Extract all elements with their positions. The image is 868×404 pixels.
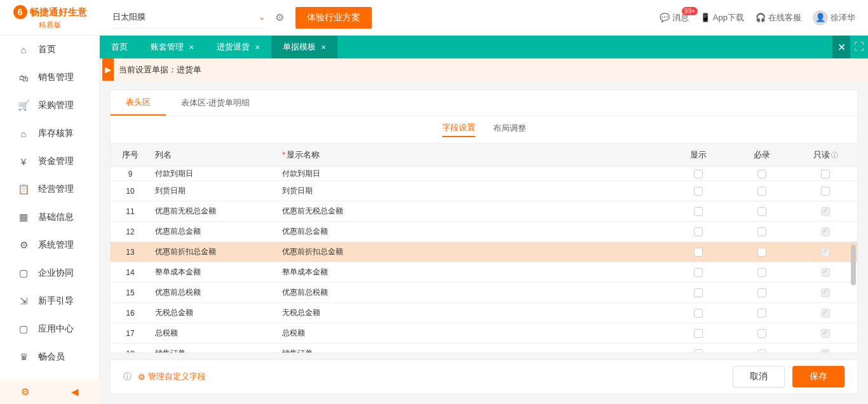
checkbox-show[interactable] bbox=[694, 268, 703, 277]
cell-readonly bbox=[794, 349, 857, 353]
tab-1[interactable]: 账套管理✕ bbox=[139, 36, 205, 58]
cell-readonly bbox=[794, 227, 857, 236]
subtab-layout-adjust[interactable]: 布局调整 bbox=[493, 123, 526, 137]
try-industry-button[interactable]: 体验行业方案 bbox=[295, 7, 372, 29]
sidebar-item-0[interactable]: ⌂首页 bbox=[0, 36, 99, 64]
checkbox-show[interactable] bbox=[694, 288, 703, 297]
table-row[interactable]: 16无税总金额无税总金额 bbox=[111, 303, 857, 323]
sidebar-item-2[interactable]: 🛒采购管理 bbox=[0, 91, 99, 119]
message-badge: 99+ bbox=[682, 7, 698, 15]
checkbox-show[interactable] bbox=[694, 349, 703, 353]
sidebar-item-3[interactable]: ⌂库存核算 bbox=[0, 119, 99, 147]
tab-body-area[interactable]: 表体区-进货单明细 bbox=[166, 90, 265, 116]
service-label: 在线客服 bbox=[768, 12, 801, 24]
table-row[interactable]: 13优惠前折扣总金额优惠前折扣总金额 bbox=[111, 242, 857, 262]
subtab-field-settings[interactable]: 字段设置 bbox=[442, 122, 475, 137]
logo[interactable]: 6 畅捷通好生意 精易版 bbox=[0, 5, 100, 30]
sidebar-icon: ▢ bbox=[18, 323, 29, 335]
logo-text: 畅捷通好生意 bbox=[30, 6, 87, 18]
checkbox-readonly bbox=[821, 207, 830, 216]
footer-link-text: 管理自定义字段 bbox=[148, 371, 206, 382]
checkbox-req[interactable] bbox=[757, 288, 766, 297]
required-star-icon: * bbox=[282, 150, 285, 159]
sidebar-icon: ¥ bbox=[18, 156, 29, 167]
table-row[interactable]: 15优惠前总税额优惠前总税额 bbox=[111, 283, 857, 303]
checkbox-show[interactable] bbox=[694, 207, 703, 216]
table-row[interactable]: 14整单成本金额整单成本金额 bbox=[111, 262, 857, 283]
sidebar-item-label: 销售管理 bbox=[38, 72, 74, 83]
tab-header-area[interactable]: 表头区 bbox=[111, 90, 166, 116]
checkbox-show[interactable] bbox=[694, 329, 703, 338]
cell-seq: 9 bbox=[111, 170, 150, 178]
app-download-button[interactable]: 📱 App下载 bbox=[700, 12, 744, 24]
checkbox-req[interactable] bbox=[757, 187, 766, 196]
cell-readonly bbox=[794, 267, 857, 277]
checkbox-readonly bbox=[821, 349, 830, 353]
chevron-down-icon: ⌄ bbox=[259, 13, 265, 22]
table-row[interactable]: 17总税额总税额 bbox=[111, 323, 857, 344]
checkbox-show[interactable] bbox=[694, 309, 703, 318]
checkbox-req[interactable] bbox=[757, 349, 766, 353]
cell-name: 销售订单 bbox=[150, 348, 277, 353]
checkbox-show[interactable] bbox=[694, 170, 703, 178]
scrollbar-thumb[interactable] bbox=[851, 245, 856, 285]
sidebar-item-1[interactable]: 🛍销售管理 bbox=[0, 64, 99, 91]
sidebar-item-4[interactable]: ¥资金管理 bbox=[0, 147, 99, 175]
checkbox-req[interactable] bbox=[757, 248, 766, 257]
sidebar-item-7[interactable]: ⚙系统管理 bbox=[0, 231, 99, 259]
checkbox-req[interactable] bbox=[757, 207, 766, 216]
settings-gear-icon[interactable]: ⚙ bbox=[275, 11, 284, 24]
tab-close-icon[interactable]: ✕ bbox=[255, 44, 260, 51]
checkbox-req[interactable] bbox=[757, 170, 766, 178]
table-row[interactable]: 12优惠前总金额优惠前总金额 bbox=[111, 222, 857, 242]
sidebar-item-label: 企业协同 bbox=[38, 267, 74, 279]
messages-button[interactable]: 💬 消息 99+ bbox=[660, 12, 689, 24]
cell-name: 无税总金额 bbox=[150, 307, 277, 318]
manage-custom-fields-link[interactable]: ⓘ ⚙ 管理自定义字段 bbox=[123, 371, 206, 382]
tab-close-all-button[interactable]: ✕ bbox=[832, 36, 850, 58]
tab-2[interactable]: 进货退货✕ bbox=[205, 36, 271, 58]
tab-3[interactable]: 单据模板✕ bbox=[271, 36, 337, 58]
checkbox-readonly bbox=[821, 329, 830, 338]
notice-bar: ▶ 当前设置单据：进货单 bbox=[100, 58, 868, 81]
checkbox-readonly[interactable] bbox=[821, 170, 830, 178]
checkbox-req[interactable] bbox=[757, 227, 766, 236]
user-menu[interactable]: 👤 徐泽华 bbox=[813, 10, 855, 25]
sidebar-item-11[interactable]: ♛畅会员 bbox=[0, 343, 99, 371]
inner-tabs: 表头区 表体区-进货单明细 bbox=[110, 90, 858, 116]
checkbox-show[interactable] bbox=[694, 248, 703, 257]
help-icon[interactable]: ⓘ bbox=[831, 151, 838, 159]
checkbox-show[interactable] bbox=[694, 227, 703, 236]
cell-disp: 优惠前总金额 bbox=[277, 226, 667, 237]
checkbox-req[interactable] bbox=[757, 329, 766, 338]
table-row[interactable]: 18销售订单销售订单 bbox=[111, 344, 857, 353]
table-row[interactable]: 9付款到期日付款到期日 bbox=[111, 167, 857, 181]
cancel-button[interactable]: 取消 bbox=[733, 366, 785, 387]
checkbox-show[interactable] bbox=[694, 187, 703, 196]
save-button[interactable]: 保存 bbox=[792, 366, 844, 387]
sidebar-item-8[interactable]: ▢企业协同 bbox=[0, 259, 99, 287]
cell-disp: 销售订单 bbox=[277, 348, 667, 353]
cell-disp: 付款到期日 bbox=[277, 168, 667, 179]
company-dropdown[interactable]: 日太阳膜 ⌄ bbox=[112, 7, 265, 29]
sidebar-settings-button[interactable]: ⚙ bbox=[0, 380, 50, 404]
cell-req bbox=[730, 247, 794, 257]
tab-0[interactable]: 首页 bbox=[100, 36, 139, 58]
sidebar-item-10[interactable]: ▢应用中心 bbox=[0, 315, 99, 343]
sidebar-item-6[interactable]: ▦基础信息 bbox=[0, 203, 99, 231]
cell-name: 优惠前总税额 bbox=[150, 287, 277, 298]
sidebar-item-5[interactable]: 📋经营管理 bbox=[0, 175, 99, 203]
tab-expand-button[interactable]: ⛶ bbox=[850, 36, 868, 58]
table-row[interactable]: 11优惠前无税总金额优惠前无税总金额 bbox=[111, 201, 857, 222]
checkbox-req[interactable] bbox=[757, 268, 766, 277]
tab-close-icon[interactable]: ✕ bbox=[321, 44, 326, 51]
sidebar-icon: ⚙ bbox=[18, 239, 29, 251]
customer-service-button[interactable]: 🎧 在线客服 bbox=[756, 12, 801, 24]
checkbox-readonly bbox=[821, 268, 830, 277]
checkbox-req[interactable] bbox=[757, 309, 766, 318]
checkbox-readonly[interactable] bbox=[821, 187, 830, 196]
tab-close-icon[interactable]: ✕ bbox=[189, 44, 194, 51]
sidebar-collapse-button[interactable]: ◀︎ bbox=[50, 380, 100, 404]
table-row[interactable]: 10到货日期到货日期 bbox=[111, 181, 857, 201]
sidebar-item-9[interactable]: ⇲新手引导 bbox=[0, 287, 99, 315]
